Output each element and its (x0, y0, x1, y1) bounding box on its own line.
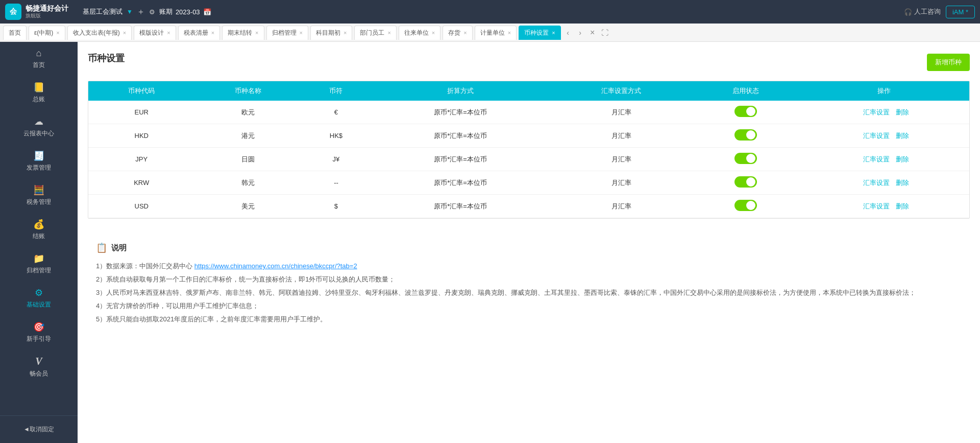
cell-toggle-0[interactable] (693, 101, 799, 124)
close-subject-icon[interactable]: × (344, 30, 347, 36)
table-row: USD 美元 $ 原币*汇率=本位币 月汇率 汇率设置 删除 (88, 195, 969, 218)
cell-symbol-3: -- (301, 171, 371, 195)
sidebar-item-member[interactable]: V 畅会员 (0, 349, 78, 384)
close-tax-icon[interactable]: × (211, 30, 214, 36)
close-annual-icon[interactable]: × (123, 30, 126, 36)
cell-action-0: 汇率设置 删除 (799, 101, 969, 124)
rate-setting-link-4[interactable]: 汇率设置 (863, 202, 890, 210)
toggle-switch-3[interactable] (734, 176, 757, 188)
toggle-switch-0[interactable] (734, 106, 757, 117)
close-contact-icon[interactable]: × (432, 30, 435, 36)
company-name[interactable]: 基层工会测试 (83, 7, 122, 16)
tab-close-all-btn[interactable]: × (586, 26, 599, 40)
page-title: 币种设置 (88, 52, 125, 64)
sidebar-item-settings[interactable]: ⚙ 基础设置 (0, 281, 78, 315)
close-dept-icon[interactable]: × (387, 30, 390, 36)
close-currency-icon[interactable]: × (552, 30, 555, 36)
sidebar-item-reports[interactable]: ☁ 云报表中心 (0, 110, 78, 144)
close-template-icon[interactable]: × (167, 30, 170, 36)
sidebar-item-home[interactable]: ⌂ 首页 (0, 42, 78, 76)
close-mid-icon[interactable]: × (56, 30, 59, 36)
sidebar-item-ledger[interactable]: 📒 总账 (0, 76, 78, 110)
logo-title: 畅捷通好会计 (26, 4, 68, 13)
cell-toggle-1[interactable] (693, 124, 799, 148)
sidebar-item-guide[interactable]: 🎯 新手引导 (0, 315, 78, 349)
cell-code-1: HKD (88, 124, 194, 148)
cell-action-2: 汇率设置 删除 (799, 148, 969, 171)
sidebar-item-tax[interactable]: 🧮 税务管理 (0, 178, 78, 213)
table-header: 币种代码 币种名称 币符 折算方式 汇率设置方式 启用状态 操作 (88, 81, 969, 101)
tab-home[interactable]: 首页 (3, 26, 27, 40)
col-code: 币种代码 (88, 81, 194, 101)
headset-icon: 🎧 (904, 8, 912, 16)
rate-setting-link-1[interactable]: 汇率设置 (863, 132, 890, 139)
delete-link-1[interactable]: 删除 (896, 132, 909, 139)
app-logo: 会 畅捷通好会计 旗舰版 (5, 4, 83, 20)
company-dropdown-icon[interactable]: ▼ (127, 8, 133, 15)
tab-archive-label: 归档管理 (272, 29, 297, 37)
cell-name-0: 欧元 (194, 101, 301, 124)
tab-tax-label: 税表清册 (184, 29, 208, 37)
add-company-icon[interactable]: ＋ (137, 7, 145, 17)
sidebar-item-archive[interactable]: 📁 归档管理 (0, 247, 78, 281)
period-text: 账期 (159, 7, 173, 16)
delete-link-3[interactable]: 删除 (896, 179, 909, 186)
close-unit-icon[interactable]: × (508, 30, 511, 36)
delete-link-0[interactable]: 删除 (896, 108, 909, 116)
close-inventory-icon[interactable]: × (463, 30, 467, 36)
account-button[interactable]: iAM * (946, 6, 975, 18)
tab-next-btn[interactable]: › (574, 26, 586, 40)
period-value: 2023-03 (176, 8, 200, 16)
note-link[interactable]: https://www.chinamoney.com.cn/chinese/bk… (194, 262, 357, 270)
delete-link-4[interactable]: 删除 (896, 202, 909, 210)
rate-setting-link-3[interactable]: 汇率设置 (863, 179, 890, 186)
sidebar-item-reports-label: 云报表中心 (23, 129, 54, 138)
tab-expand-btn[interactable]: ⛶ (599, 26, 611, 40)
calendar-icon[interactable]: 📅 (203, 8, 211, 16)
settings-icon[interactable]: ⚙ (149, 8, 155, 16)
tab-unit[interactable]: 计量单位 × (475, 26, 517, 40)
toggle-switch-4[interactable] (734, 200, 757, 211)
sidebar-item-invoice-label: 发票管理 (27, 164, 51, 172)
tab-inventory[interactable]: 存货 × (443, 26, 472, 40)
toggle-switch-2[interactable] (734, 153, 757, 164)
new-currency-button[interactable]: 新增币种 (927, 54, 970, 71)
tab-tax[interactable]: 税表清册 × (178, 26, 220, 40)
toggle-switch-1[interactable] (734, 129, 757, 141)
rate-setting-link-0[interactable]: 汇率设置 (863, 108, 890, 116)
delete-link-2[interactable]: 删除 (896, 155, 909, 163)
sidebar-item-tax-label: 税务管理 (27, 198, 51, 206)
table-body: EUR 欧元 € 原币*汇率=本位币 月汇率 汇率设置 删除 HKD 港元 HK… (88, 101, 969, 218)
tab-annual[interactable]: 收入支出表(年报) × (67, 26, 132, 40)
close-period-end-icon[interactable]: × (255, 30, 258, 36)
cell-toggle-4[interactable] (693, 195, 799, 218)
sidebar-item-member-label: 畅会员 (30, 369, 48, 378)
rate-setting-link-2[interactable]: 汇率设置 (863, 155, 890, 163)
support-button[interactable]: 🎧 人工咨询 (904, 7, 941, 16)
note-list: 1）数据来源：中国外汇交易中心 https://www.chinamoney.c… (96, 260, 962, 326)
tab-archive[interactable]: 归档管理 × (266, 26, 308, 40)
close-archive-icon[interactable]: × (300, 30, 303, 36)
note-item-4: 5）系统只能自动抓取2021年度后的汇率，之前年度汇率需要用用户手工维护。 (96, 313, 962, 326)
tab-contact[interactable]: 往来单位 × (399, 26, 440, 40)
cell-rate-4: 月汇率 (550, 195, 693, 218)
tab-mid[interactable]: ε(中期) × (29, 26, 65, 40)
sidebar-item-invoice[interactable]: 🧾 发票管理 (0, 144, 78, 178)
sidebar-item-settlement[interactable]: 💰 结账 (0, 213, 78, 247)
cell-action-4: 汇率设置 删除 (799, 195, 969, 218)
tab-period-end[interactable]: 期末结转 × (222, 26, 264, 40)
unpin-button[interactable]: ◄取消固定 (0, 421, 78, 438)
cell-name-4: 美元 (194, 195, 301, 218)
cell-rate-1: 月汇率 (550, 124, 693, 148)
tab-currency[interactable]: 币种设置 × (519, 26, 560, 40)
cell-calc-1: 原币*汇率=本位币 (371, 124, 550, 148)
cell-toggle-3[interactable] (693, 171, 799, 195)
tab-dept[interactable]: 部门员工 × (354, 26, 396, 40)
cell-code-4: USD (88, 195, 194, 218)
cell-calc-3: 原币*汇率=本位币 (371, 171, 550, 195)
tab-prev-btn[interactable]: ‹ (562, 26, 574, 40)
tab-template[interactable]: 模版设计 × (134, 26, 176, 40)
cell-toggle-2[interactable] (693, 148, 799, 171)
tab-subject[interactable]: 科目期初 × (310, 26, 352, 40)
col-rate-type: 汇率设置方式 (550, 81, 693, 101)
